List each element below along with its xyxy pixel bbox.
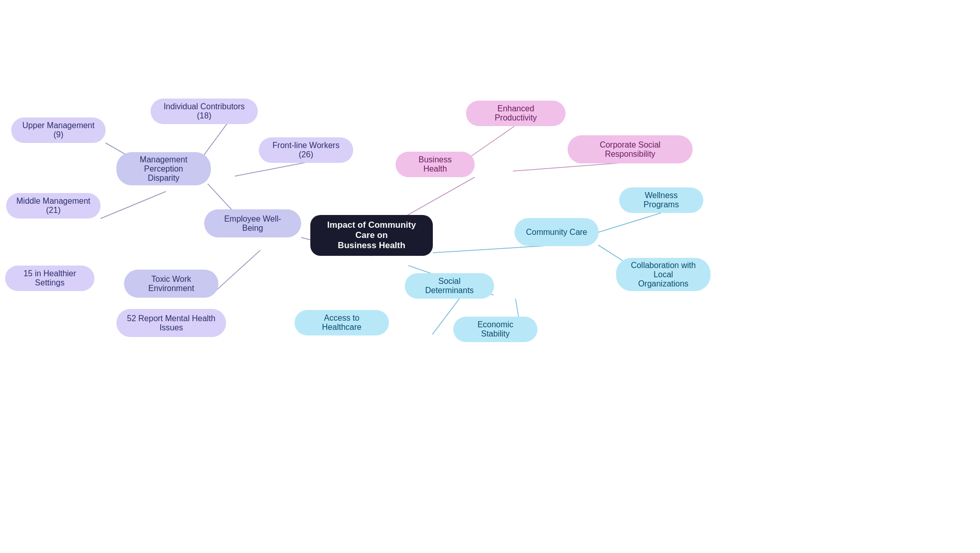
management-disparity-node: Management Perception Disparity [116, 152, 211, 185]
enhanced-productivity-node: Enhanced Productivity [466, 101, 566, 126]
wellness-programs-node: Wellness Programs [619, 187, 703, 213]
front-line-workers-label: Front-line Workers (26) [269, 141, 343, 159]
management-disparity-label: Management Perception Disparity [127, 155, 201, 183]
community-care-label: Community Care [526, 228, 587, 237]
svg-line-13 [513, 162, 628, 171]
economic-stability-node: Economic Stability [453, 317, 537, 342]
collaboration-label: Collaboration with Local Organizations [626, 261, 700, 288]
access-healthcare-node: Access to Healthcare [295, 310, 389, 335]
corporate-social-node: Corporate Social Responsibility [568, 135, 693, 163]
business-health-label: Business Health [406, 155, 464, 174]
svg-line-14 [598, 213, 661, 232]
healthier-settings-label: 15 in Healthier Settings [15, 269, 84, 287]
employee-wellbeing-label: Employee Well-Being [214, 214, 291, 233]
social-determinants-node: Social Determinants [405, 273, 494, 299]
toxic-work-label: Toxic Work Environment [134, 275, 208, 293]
mental-health-node: 52 Report Mental Health Issues [116, 309, 226, 337]
community-care-node: Community Care [514, 218, 599, 246]
mental-health-label: 52 Report Mental Health Issues [127, 314, 216, 332]
employee-wellbeing-node: Employee Well-Being [204, 209, 301, 237]
individual-contributors-label: Individual Contributors (18) [161, 102, 248, 121]
toxic-work-node: Toxic Work Environment [124, 270, 218, 298]
svg-line-5 [215, 250, 260, 291]
middle-management-label: Middle Management (21) [16, 197, 90, 215]
collaboration-node: Collaboration with Local Organizations [616, 258, 710, 291]
svg-line-7 [235, 162, 306, 176]
upper-management-node: Upper Management (9) [11, 117, 106, 143]
corporate-social-label: Corporate Social Responsibility [578, 140, 682, 159]
svg-line-2 [433, 245, 556, 253]
access-healthcare-label: Access to Healthcare [305, 314, 379, 332]
social-determinants-label: Social Determinants [415, 277, 484, 295]
healthier-settings-node: 15 in Healthier Settings [5, 266, 94, 291]
business-health-node: Business Health [396, 152, 475, 177]
economic-stability-label: Economic Stability [463, 320, 527, 339]
wellness-programs-label: Wellness Programs [629, 191, 693, 209]
middle-management-node: Middle Management (21) [6, 193, 101, 219]
individual-contributors-node: Individual Contributors (18) [151, 99, 258, 124]
svg-line-9 [101, 191, 166, 219]
center-node: Impact of Community Care on Business Hea… [310, 215, 433, 256]
upper-management-label: Upper Management (9) [21, 121, 95, 139]
enhanced-productivity-label: Enhanced Productivity [476, 104, 555, 123]
front-line-workers-node: Front-line Workers (26) [259, 137, 353, 163]
